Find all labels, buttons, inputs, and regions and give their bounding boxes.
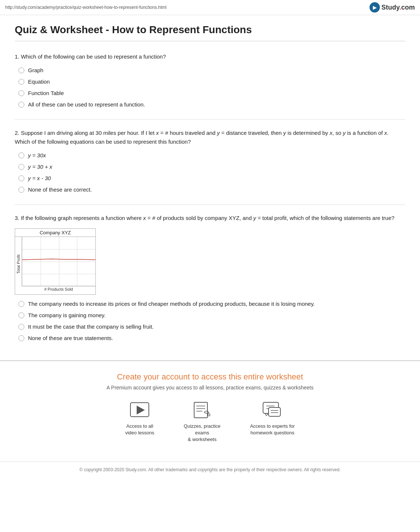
cta-section: Create your account to access this entir…	[0, 361, 420, 462]
option-1-1-label: Graph	[28, 67, 43, 73]
features-row: Access to allvideo lessons Quizzes, prac…	[7, 401, 413, 443]
option-1-2-label: Equation	[28, 78, 50, 85]
feature-video-label: Access to allvideo lessons	[125, 423, 154, 436]
option-3-2[interactable]: The company is gaining money.	[18, 312, 405, 318]
footer: © copyright 2003-2020 Study.com. All oth…	[0, 462, 420, 477]
svg-marker-1	[137, 406, 145, 414]
question-2-text: 2. Suppose I am driving along at 30 mile…	[15, 129, 405, 146]
question-3-text: 3. If the following graph represents a f…	[15, 214, 405, 223]
chart-svg	[22, 237, 95, 286]
graph-title: Company XYZ	[15, 229, 95, 237]
quiz-svg	[191, 401, 213, 419]
chat-svg	[261, 401, 283, 419]
option-2-4-label: None of these are correct.	[28, 186, 92, 193]
radio-2-2[interactable]	[18, 164, 24, 170]
option-2-3-label: y = x - 30	[28, 175, 51, 181]
chat-icon	[261, 401, 283, 419]
question-1-options: Graph Equation Function Table All of the…	[15, 67, 405, 108]
option-3-4[interactable]: None of these are true statements.	[18, 335, 405, 341]
cta-title: Create your account to access this entir…	[7, 372, 413, 382]
radio-3-3[interactable]	[18, 324, 24, 330]
question-3-options: The company needs to increase its prices…	[15, 301, 405, 341]
page-title: Quiz & Worksheet - How to Represent Func…	[15, 24, 405, 41]
company-xyz-graph: Company XYZ Total Profit	[15, 228, 96, 295]
play-icon	[129, 401, 151, 419]
option-1-4-label: All of these can be used to represent a …	[28, 101, 145, 108]
option-1-3[interactable]: Function Table	[18, 90, 405, 96]
logo-play-icon: ▶	[370, 2, 380, 13]
radio-3-1[interactable]	[18, 301, 24, 307]
quiz-icon	[191, 401, 213, 419]
x-axis-label: # Products Sold	[22, 287, 95, 291]
feature-quizzes: Quizzes, practice exams& worksheets	[176, 401, 228, 443]
radio-1-3[interactable]	[18, 90, 24, 96]
logo-text: Study.com	[381, 4, 415, 11]
option-3-1[interactable]: The company needs to increase its prices…	[18, 301, 405, 307]
option-3-3[interactable]: It must be the case that the company is …	[18, 323, 405, 330]
logo: ▶ Study.com	[370, 2, 415, 13]
feature-video: Access to allvideo lessons	[125, 401, 154, 443]
radio-3-2[interactable]	[18, 312, 24, 318]
feature-experts: Access to experts forhomework questions	[250, 401, 295, 443]
y-axis-label: Total Profit	[15, 237, 22, 291]
play-svg	[129, 401, 151, 419]
option-1-1[interactable]: Graph	[18, 67, 405, 73]
option-2-4[interactable]: None of these are correct.	[18, 186, 405, 193]
option-3-3-label: It must be the case that the company is …	[28, 323, 154, 330]
question-1-text: 1. Which of the following can be used to…	[15, 52, 405, 61]
option-3-2-label: The company is gaining money.	[28, 312, 106, 318]
option-2-1-label: y = 30x	[28, 152, 46, 158]
url-text: http://study.com/academy/practice/quiz-w…	[5, 5, 167, 10]
question-2-options: y = 30x y = 30 + x y = x - 30 None of th…	[15, 152, 405, 193]
svg-point-6	[208, 414, 210, 416]
radio-1-1[interactable]	[18, 67, 24, 73]
graph-plot	[22, 237, 95, 286]
option-1-4[interactable]: All of these can be used to represent a …	[18, 101, 405, 108]
radio-1-2[interactable]	[18, 79, 24, 85]
option-1-3-label: Function Table	[28, 90, 64, 96]
svg-rect-2	[194, 402, 207, 418]
main-container: Quiz & Worksheet - How to Represent Func…	[0, 15, 420, 361]
cta-subtitle: A Premium account gives you access to al…	[7, 385, 413, 391]
option-1-2[interactable]: Equation	[18, 78, 405, 85]
question-3: 3. If the following graph represents a f…	[15, 214, 405, 341]
option-2-2[interactable]: y = 30 + x	[18, 164, 405, 170]
radio-1-4[interactable]	[18, 102, 24, 108]
question-1: 1. Which of the following can be used to…	[15, 52, 405, 108]
feature-experts-label: Access to experts forhomework questions	[250, 423, 295, 436]
question-2: 2. Suppose I am driving along at 30 mile…	[15, 129, 405, 193]
graph-inner: Total Profit	[15, 237, 95, 291]
radio-2-1[interactable]	[18, 153, 24, 158]
option-3-1-label: The company needs to increase its prices…	[28, 301, 315, 307]
svg-rect-10	[269, 407, 280, 416]
radio-3-4[interactable]	[18, 335, 24, 341]
radio-2-4[interactable]	[18, 187, 24, 193]
option-2-1[interactable]: y = 30x	[18, 152, 405, 158]
option-2-3[interactable]: y = x - 30	[18, 175, 405, 181]
option-3-4-label: None of these are true statements.	[28, 335, 113, 341]
radio-2-3[interactable]	[18, 175, 24, 181]
chart-line	[22, 259, 95, 260]
feature-quizzes-label: Quizzes, practice exams& worksheets	[176, 423, 228, 443]
option-2-2-label: y = 30 + x	[28, 164, 52, 170]
url-bar: http://study.com/academy/practice/quiz-w…	[0, 0, 420, 15]
